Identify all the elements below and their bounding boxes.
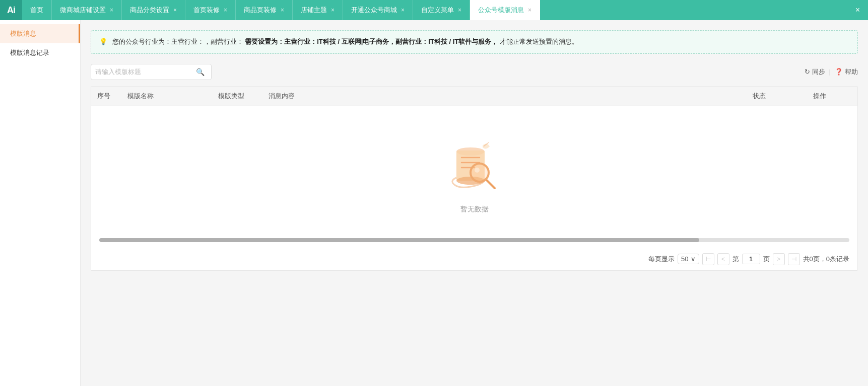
page-summary: 共0页，0条记录 <box>803 255 849 264</box>
tab-bar: Ai 首页 微商城店铺设置 × 商品分类设置 × 首页装修 × 商品页装修 × … <box>0 0 868 20</box>
sync-button[interactable]: ↻ 同步 <box>805 67 825 76</box>
page-unit: 页 <box>763 255 770 264</box>
main-layout: 模版消息 模版消息记录 💡 您的公众号行业为：主营行业：，副营行业： 需要设置为… <box>0 20 868 386</box>
table-header: 序号 模版名称 模版类型 消息内容 状态 操作 <box>91 87 857 106</box>
page-next-button[interactable]: > <box>773 253 785 265</box>
page-label: 第 <box>732 255 739 264</box>
chevron-down-icon: ∨ <box>691 255 696 263</box>
tab-close-weshop[interactable]: × <box>110 7 113 14</box>
tab-product-page[interactable]: 商品页装修 × <box>236 0 293 20</box>
pagination: 每页显示 50 ∨ ⊢ < 第 页 > ⊣ 共0页，0条记录 <box>91 248 857 270</box>
col-status: 状态 <box>747 87 807 106</box>
divider: | <box>829 68 831 75</box>
tab-close-mall[interactable]: × <box>401 7 405 14</box>
tab-template-msg[interactable]: 公众号模版消息 × <box>470 0 540 20</box>
tab-custom-menu[interactable]: 自定义菜单 × <box>413 0 470 20</box>
tab-home[interactable]: 首页 <box>22 0 52 20</box>
search-icon[interactable]: 🔍 <box>196 68 205 76</box>
tab-close-category[interactable]: × <box>173 7 177 14</box>
tab-bar-close-all[interactable]: × <box>847 6 868 15</box>
tab-category[interactable]: 商品分类设置 × <box>122 0 185 20</box>
page-last-button[interactable]: ⊣ <box>788 253 800 265</box>
main-content: 💡 您的公众号行业为：主营行业：，副营行业： 需要设置为：主营行业：IT科技 /… <box>81 20 868 386</box>
tab-close-template-msg[interactable]: × <box>528 7 531 14</box>
page-prev-button[interactable]: < <box>717 253 729 265</box>
page-number-input[interactable] <box>742 254 760 264</box>
sidebar-item-template-record[interactable]: 模版消息记录 <box>0 43 80 62</box>
notice-icon: 💡 <box>99 38 107 45</box>
per-page-label: 每页显示 <box>648 255 675 264</box>
tab-close-custom-menu[interactable]: × <box>458 7 461 14</box>
tab-close-homepage[interactable]: × <box>224 7 227 14</box>
scrollbar-area[interactable] <box>91 238 857 248</box>
tab-mall[interactable]: 开通公众号商城 × <box>343 0 413 20</box>
svg-point-8 <box>475 168 480 173</box>
per-page-select[interactable]: 50 ∨ <box>678 254 699 264</box>
help-button[interactable]: ❓ 帮助 <box>835 67 858 76</box>
table-empty: 暂无数据 <box>91 106 857 234</box>
svg-line-6 <box>486 179 495 188</box>
col-content: 消息内容 <box>262 87 747 106</box>
help-icon: ❓ <box>835 68 843 75</box>
sidebar: 模版消息 模版消息记录 <box>0 20 81 386</box>
tab-theme[interactable]: 店铺主题 × <box>293 0 343 20</box>
toolbar: 🔍 ↻ 同步 | ❓ 帮助 <box>91 64 858 80</box>
col-action: 操作 <box>807 87 857 106</box>
search-input[interactable] <box>95 68 196 75</box>
tab-close-product-page[interactable]: × <box>281 7 284 14</box>
col-type: 模版类型 <box>212 87 262 106</box>
app-logo: Ai <box>0 0 22 20</box>
toolbar-right: ↻ 同步 | ❓ 帮助 <box>805 67 858 76</box>
empty-illustration <box>444 136 505 197</box>
svg-point-7 <box>471 164 489 182</box>
empty-text: 暂无数据 <box>460 205 489 214</box>
col-name: 模版名称 <box>121 87 212 106</box>
tab-homepage[interactable]: 首页装修 × <box>185 0 236 20</box>
notice-box: 💡 您的公众号行业为：主营行业：，副营行业： 需要设置为：主营行业：IT科技 /… <box>91 30 858 54</box>
tab-close-theme[interactable]: × <box>331 7 335 14</box>
table-wrapper: 序号 模版名称 模版类型 消息内容 状态 操作 <box>91 86 858 271</box>
search-box: 🔍 <box>91 64 212 80</box>
tab-weshop[interactable]: 微商城店铺设置 × <box>52 0 122 20</box>
sidebar-item-template-msg[interactable]: 模版消息 <box>0 24 80 43</box>
col-index: 序号 <box>91 87 121 106</box>
page-first-button[interactable]: ⊢ <box>702 253 714 265</box>
sync-icon: ↻ <box>805 68 810 75</box>
